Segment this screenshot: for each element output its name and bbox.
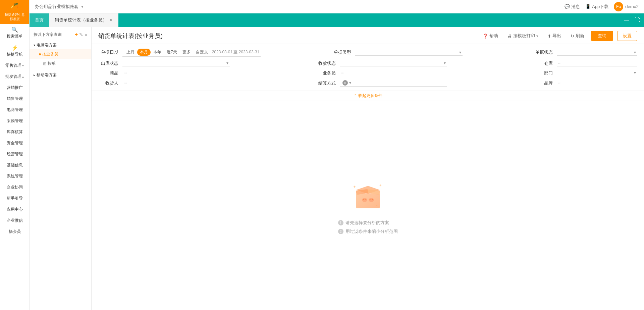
- inventory-label: 库存核算: [7, 129, 23, 135]
- sidebar-item-finance[interactable]: 资金管理: [0, 138, 29, 149]
- doc-status-control[interactable]: [557, 49, 637, 56]
- empty-icon: ✦ ✦ ✦: [350, 176, 386, 213]
- sidebar-item-system[interactable]: 系统管理: [0, 171, 29, 182]
- app-logo[interactable]: 🍊 畅捷通好生意 标准版: [0, 0, 30, 24]
- desktop-chevron: ▾: [34, 43, 35, 47]
- user-profile[interactable]: Ea demo2: [614, 2, 639, 11]
- help-label: 帮助: [489, 33, 498, 39]
- sidebar-item-appcenter[interactable]: 应用中心: [0, 204, 29, 215]
- empty-state: ✦ ✦ ✦ 1 请先选择要分析的方案 2 用过滤条件来缩小分析范围: [92, 101, 644, 310]
- sidebar-item-quick-nav[interactable]: ⚡ 快捷导航: [0, 42, 29, 60]
- date-btn-custom[interactable]: 自定义: [193, 49, 211, 56]
- tab-max-btn[interactable]: ⛶: [633, 16, 641, 24]
- settlement-tag-close[interactable]: ×: [342, 80, 348, 86]
- print-label: 按模板打印: [513, 33, 535, 39]
- finance-label: 资金管理: [7, 140, 23, 146]
- brand-placeholder: ···: [558, 81, 636, 85]
- empty-hint-2: 2 用过滤条件来缩小分析范围: [338, 228, 398, 235]
- sidebar-item-wecom[interactable]: 企业微信: [0, 215, 29, 226]
- workspace-dropdown-icon[interactable]: ▾: [81, 4, 84, 9]
- tab-home[interactable]: 首页: [30, 13, 49, 27]
- collapse-icon: ⌃: [354, 94, 357, 98]
- page-title: 销货单统计表(按业务员): [98, 32, 163, 40]
- doc-type-control[interactable]: [355, 49, 463, 56]
- doc-type-arrow: [459, 50, 461, 55]
- department-control[interactable]: [557, 70, 637, 76]
- collapse-panel-btn[interactable]: «: [85, 32, 87, 37]
- sidebar-item-purchase[interactable]: 采购管理: [0, 115, 29, 126]
- message-btn[interactable]: 💬 消息: [565, 4, 580, 10]
- wholesale-label: 批发管理: [5, 74, 21, 80]
- print-btn[interactable]: 🖨 按模板打印 ▾: [505, 32, 541, 40]
- add-scheme-btn[interactable]: +: [75, 32, 78, 38]
- sidebar-item-wholesale[interactable]: 批发管理 ▴: [0, 71, 29, 82]
- filter-row-1: 单据日期 上月 本月 本年 近7天 更多 自定义 2023-03-01 至 20…: [98, 48, 637, 57]
- app-download-btn[interactable]: 📱 App下载: [585, 4, 608, 10]
- mobile-chevron: ▸: [34, 73, 35, 77]
- desktop-scheme-title[interactable]: ▾ 电脑端方案: [30, 41, 91, 49]
- appcenter-label: 应用中心: [7, 207, 23, 212]
- sidebar-item-retail[interactable]: 零售管理 ▾: [0, 60, 29, 71]
- sidebar-item-collab[interactable]: 企业协同: [0, 182, 29, 193]
- tab-current[interactable]: 销货单统计表（按业务员） ×: [49, 13, 118, 27]
- date-btn-this-month[interactable]: 本月: [137, 49, 151, 56]
- out-status-arrow: [226, 61, 228, 65]
- sidebar-item-sales[interactable]: 销售管理: [0, 93, 29, 104]
- mobile-scheme-group: ▸ 移动端方案: [30, 69, 91, 81]
- settlement-control[interactable]: ×: [340, 80, 447, 87]
- sidebar-item-ecommerce[interactable]: 电商管理: [0, 104, 29, 115]
- mobile-scheme-title[interactable]: ▸ 移动端方案: [30, 71, 91, 79]
- sidebar-item-search[interactable]: 🔍 搜索菜单: [0, 24, 29, 42]
- sidebar-item-operations[interactable]: 经营管理: [0, 149, 29, 160]
- workspace-title: 办公用品行业模拟账套: [35, 4, 78, 10]
- sidebar: 🍊 畅捷通好生意 标准版 🔍 搜索菜单 ⚡ 快捷导航 零售管理 ▾ 批发管理 ▴…: [0, 0, 30, 310]
- empty-hint-1: 1 请先选择要分析的方案: [338, 220, 398, 226]
- help-btn[interactable]: ❓ 帮助: [480, 32, 501, 40]
- sidebar-item-newbie[interactable]: 新手引导: [0, 193, 29, 204]
- sales-label: 销售管理: [7, 96, 23, 102]
- order-scheme-icon: ⊞: [43, 61, 46, 66]
- date-btn-last-month[interactable]: 上月: [124, 49, 137, 56]
- edit-scheme-btn[interactable]: ✎: [79, 32, 83, 37]
- query-btn[interactable]: 查询: [591, 31, 613, 41]
- warehouse-label: 仓库: [533, 60, 553, 66]
- collect-status-label: 收款状态: [316, 60, 336, 66]
- receiver-control[interactable]: ···: [122, 80, 230, 86]
- salesperson-label: 业务员: [316, 70, 336, 76]
- date-btn-more[interactable]: 更多: [180, 49, 193, 56]
- sidebar-item-marketing[interactable]: 营销推广: [0, 82, 29, 93]
- collect-status-control[interactable]: [340, 60, 447, 66]
- salesperson-control[interactable]: ···: [340, 70, 447, 76]
- warehouse-control[interactable]: ···: [557, 60, 637, 66]
- collapse-filter-btn[interactable]: ⌃ 收起更多条件: [92, 91, 644, 101]
- settings-btn[interactable]: 设置: [617, 31, 637, 41]
- step-2: 2: [338, 229, 343, 234]
- tab-bar-actions: — ⛶: [623, 16, 644, 24]
- goods-control[interactable]: ···: [122, 70, 230, 76]
- scheme-item-order[interactable]: ⊞ 按单: [30, 59, 91, 68]
- current-tab-label: 销货单统计表（按业务员）: [55, 17, 107, 23]
- page-actions: ❓ 帮助 🖨 按模板打印 ▾ ⬆ 导出 ↻ 刷新: [480, 31, 637, 41]
- date-btn-7days[interactable]: 近7天: [164, 49, 180, 56]
- refresh-btn[interactable]: ↻ 刷新: [568, 32, 587, 40]
- export-btn[interactable]: ⬆ 导出: [545, 32, 564, 40]
- sidebar-item-inventory[interactable]: 库存核算: [0, 126, 29, 138]
- tab-close-btn[interactable]: ×: [109, 17, 113, 23]
- scheme-item-salesperson[interactable]: 按业务员: [30, 49, 91, 59]
- out-status-control[interactable]: [122, 60, 230, 66]
- tab-min-btn[interactable]: —: [623, 16, 631, 24]
- wecom-label: 企业微信: [7, 218, 23, 223]
- member-label: 畅会员: [9, 229, 21, 235]
- search-nav-icon: 🔍: [11, 27, 18, 33]
- wholesale-arrow: ▴: [22, 75, 24, 79]
- filter-row-4: 收货人 ··· 结算方式 × 品牌 ···: [98, 80, 637, 87]
- app-download-label: App下载: [592, 4, 608, 10]
- date-btn-this-year[interactable]: 本年: [151, 49, 164, 56]
- sidebar-item-member[interactable]: 畅会员: [0, 226, 29, 237]
- doc-type-label: 单据类型: [331, 49, 351, 55]
- department-arrow: [634, 70, 636, 75]
- sidebar-item-basic[interactable]: 基础信息: [0, 160, 29, 171]
- svg-text:✦: ✦: [379, 184, 382, 187]
- right-content: 销货单统计表(按业务员) ❓ 帮助 🖨 按模板打印 ▾ ⬆ 导出: [92, 27, 644, 310]
- brand-control[interactable]: ···: [557, 80, 637, 86]
